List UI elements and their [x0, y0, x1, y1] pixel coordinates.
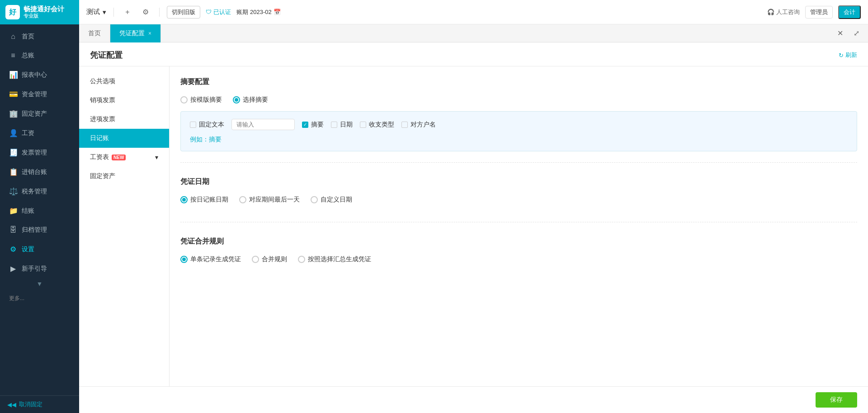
content-header: 凭证配置 ↻ 刷新: [79, 42, 868, 66]
refresh-btn[interactable]: ↻ 刷新: [839, 51, 857, 59]
sidebar-item-label: 总账: [22, 52, 34, 60]
checkbox-counterpart-name[interactable]: 对方户名: [401, 121, 436, 129]
tab-expand-btn[interactable]: ⤢: [850, 27, 863, 40]
sidebar-item-report[interactable]: 📊 报表中心: [0, 65, 79, 84]
add-company-btn[interactable]: +: [121, 6, 134, 19]
radio-custom-date[interactable]: 自定义日期: [311, 196, 352, 204]
headset-icon: 🎧: [767, 9, 774, 15]
checkbox-fixed-text[interactable]: 固定文本: [190, 121, 224, 129]
checkbox-counterpart-box: [401, 122, 408, 128]
tab-home[interactable]: 首页: [79, 24, 110, 42]
tabbar: 首页 凭证配置 × ✕ ⤢: [79, 24, 868, 42]
checkbox-fixed-text-label: 固定文本: [199, 121, 224, 129]
service-btn[interactable]: 🎧 人工咨询: [767, 8, 800, 16]
left-nav-public-label: 公共选项: [90, 77, 115, 85]
tab-voucher-config[interactable]: 凭证配置 ×: [110, 24, 161, 42]
settings-btn[interactable]: ⚙: [139, 6, 152, 19]
sidebar-item-label: 资金管理: [22, 90, 47, 99]
sidebar-item-archive[interactable]: 🗄 归档管理: [0, 221, 79, 239]
company-selector[interactable]: 测试 ▾: [86, 8, 106, 16]
radio-template-circle: [180, 96, 188, 103]
asset-icon: 🏢: [9, 109, 17, 118]
left-nav-payroll-label: 工资表 NEW: [90, 153, 126, 161]
topbar-divider-1: [113, 8, 114, 17]
sidebar-item-more[interactable]: 更多...: [0, 289, 79, 308]
right-content: 摘要配置 按模版摘要 选择摘要: [170, 66, 868, 386]
left-nav-public[interactable]: 公共选项: [79, 72, 169, 91]
sidebar-logo: 好 畅捷通好会计 专业版: [0, 0, 79, 24]
radio-period-last-day[interactable]: 对应期间最后一天: [239, 196, 300, 204]
tabbar-actions: ✕ ⤢: [834, 27, 868, 40]
sidebar-item-capital[interactable]: 💳 资金管理: [0, 84, 79, 104]
checkbox-date[interactable]: 日期: [331, 121, 353, 129]
company-name: 测试: [86, 8, 100, 16]
logo-subtitle: 专业版: [24, 13, 64, 19]
example-prefix: 例如：: [190, 136, 209, 143]
payroll-icon: 👤: [9, 129, 17, 137]
sidebar-item-label: 设置: [22, 245, 34, 253]
page-title: 凭证配置: [90, 50, 123, 61]
sidebar-item-label: 固定资产: [22, 110, 47, 118]
radio-template-label: 按模版摘要: [190, 96, 222, 104]
save-button[interactable]: 保存: [816, 392, 857, 408]
sidebar-item-label: 发票管理: [22, 149, 47, 157]
date-title: 凭证日期: [180, 177, 857, 187]
sidebar-item-home[interactable]: ⌂ 首页: [0, 27, 79, 46]
sidebar-item-ledger[interactable]: ≡ 总账: [0, 46, 79, 65]
left-nav-fixed-asset-label: 固定资产: [90, 172, 115, 180]
checkbox-summary[interactable]: ✓ 摘要: [302, 121, 324, 129]
certified-status: 🛡 已认证: [206, 8, 231, 16]
sidebar-item-payroll[interactable]: 👤 工资: [0, 123, 79, 143]
sidebar-item-guide[interactable]: ▶ 新手引导: [0, 259, 79, 278]
radio-diary-date[interactable]: 按日记账日期: [180, 196, 228, 204]
sidebar-scroll-down[interactable]: ▼: [0, 278, 79, 289]
radio-aggregate[interactable]: 按照选择汇总生成凭证: [298, 255, 371, 263]
capital-icon: 💳: [9, 90, 17, 99]
tab-close-btn[interactable]: ✕: [834, 27, 846, 40]
left-nav-sales-invoice[interactable]: 销项发票: [79, 91, 169, 110]
fixed-text-input[interactable]: [231, 119, 295, 130]
unpin-icon: ◀◀: [7, 401, 16, 408]
radio-merge-rule-label: 合并规则: [262, 255, 287, 263]
sidebar-item-label: 工资: [22, 129, 34, 137]
checkbox-payment-type[interactable]: 收支类型: [360, 121, 394, 129]
date-radio-group: 按日记账日期 对应期间最后一天 自定义日期: [180, 196, 857, 204]
left-nav-payroll[interactable]: 工资表 NEW ▾: [79, 148, 169, 167]
tab-home-label: 首页: [88, 29, 101, 38]
main-area: 测试 ▾ + ⚙ 切到旧版 🛡 已认证 账期 2023-02 📅 🎧 人工咨询 …: [79, 0, 868, 413]
accountant-btn[interactable]: 会计: [838, 5, 861, 19]
checkbox-fixed-text-box: [190, 122, 196, 128]
sidebar-item-invoice[interactable]: 🧾 发票管理: [0, 143, 79, 162]
switch-old-version-btn[interactable]: 切到旧版: [167, 6, 200, 19]
user-btn[interactable]: 管理员: [805, 6, 833, 19]
left-nav-fixed-asset[interactable]: 固定资产: [79, 167, 169, 186]
radio-aggregate-circle: [298, 256, 305, 263]
left-nav-sales-invoice-label: 销项发票: [90, 96, 115, 104]
sidebar-item-closeaccount[interactable]: 📁 结账: [0, 201, 79, 221]
period-display: 账期 2023-02 📅: [236, 8, 281, 16]
radio-template-summary[interactable]: 按模版摘要: [180, 96, 222, 104]
sidebar: 好 畅捷通好会计 专业版 ⌂ 首页 ≡ 总账 📊 报表中心 💳 资金管理 🏢 固…: [0, 0, 79, 413]
topbar: 测试 ▾ + ⚙ 切到旧版 🛡 已认证 账期 2023-02 📅 🎧 人工咨询 …: [79, 0, 868, 24]
sidebar-item-sales[interactable]: 📋 进销台账: [0, 162, 79, 182]
refresh-icon: ↻: [839, 52, 844, 59]
sidebar-item-asset[interactable]: 🏢 固定资产: [0, 104, 79, 123]
inner-layout: 公共选项 销项发票 进项发票 日记账 工资表 NEW ▾: [79, 66, 868, 386]
left-nav-purchase-invoice[interactable]: 进项发票: [79, 110, 169, 129]
summary-radio-group: 按模版摘要 选择摘要: [180, 96, 857, 104]
left-nav: 公共选项 销项发票 进项发票 日记账 工资表 NEW ▾: [79, 66, 170, 386]
example-text: 例如：摘要: [190, 136, 848, 144]
tab-close-icon[interactable]: ×: [148, 30, 151, 37]
sidebar-cancel-pin[interactable]: ◀◀ 取消固定: [0, 395, 79, 413]
left-nav-diary[interactable]: 日记账: [79, 129, 169, 148]
settings-icon: ⚙: [9, 245, 17, 253]
date-section: 凭证日期 按日记账日期 对应期间最后一天 自定义日期: [180, 177, 857, 222]
radio-single-record[interactable]: 单条记录生成凭证: [180, 255, 241, 263]
radio-select-summary[interactable]: 选择摘要: [233, 96, 268, 104]
sidebar-item-tax[interactable]: ⚖️ 税务管理: [0, 182, 79, 201]
sidebar-item-settings[interactable]: ⚙ 设置: [0, 239, 79, 259]
radio-single-record-label: 单条记录生成凭证: [190, 255, 241, 263]
company-dropdown-icon: ▾: [103, 8, 106, 16]
logo-title: 畅捷通好会计: [24, 5, 64, 13]
radio-merge-rule[interactable]: 合并规则: [252, 255, 287, 263]
